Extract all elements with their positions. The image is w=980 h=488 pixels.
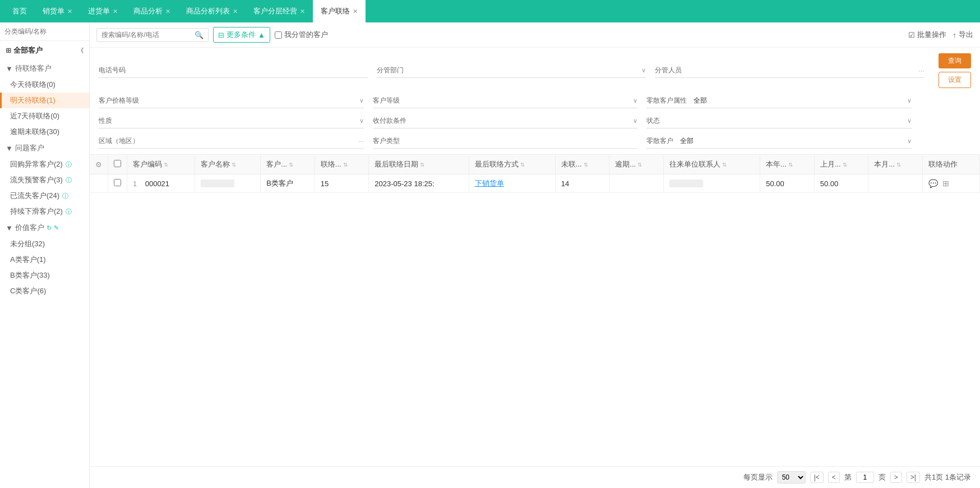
toolbar-right: ☑ 批量操作 ↑ 导出	[908, 30, 974, 40]
sort-icon[interactable]: ⇅	[788, 162, 793, 168]
filter-payment[interactable]: 收付款条件 ∨	[373, 114, 638, 128]
sort-icon[interactable]: ⇅	[232, 162, 236, 168]
sidebar-group-value[interactable]: ▼ 价值客户 ↻ ✎	[0, 219, 89, 236]
filter-status[interactable]: 状态 ∨	[646, 114, 912, 128]
sidebar-group-problem[interactable]: ▼ 问题客户	[0, 140, 89, 156]
collapse-icon[interactable]: 《	[77, 47, 84, 55]
more-icon: ···	[359, 138, 364, 145]
close-icon[interactable]: ✕	[300, 8, 305, 15]
sidebar-item-today[interactable]: 今天待联络(0)	[0, 77, 89, 93]
sort-icon[interactable]: ⇅	[637, 162, 642, 168]
filter-row-4: 区域（地区） ··· 客户类型 零散客户 全部 ∨	[99, 134, 971, 149]
filter-panel: 电话号码 分管部门 ∨ 分管人员 ··· 查询 设置	[90, 48, 980, 155]
more-filter-btn[interactable]: ⊟ 更多条件 ▲	[213, 27, 270, 43]
close-icon[interactable]: ✕	[233, 8, 238, 15]
close-icon[interactable]: ✕	[113, 8, 118, 15]
close-icon[interactable]: ✕	[67, 8, 72, 15]
select-all-checkbox[interactable]	[114, 160, 121, 167]
toolbar: 🔍 ⊟ 更多条件 ▲ 我分管的客户 ☑ 批量操作 ↑ 导出	[90, 22, 980, 48]
my-customers-checkbox[interactable]: 我分管的客户	[275, 30, 328, 40]
nav-customer-contact[interactable]: 客户联络 ✕	[313, 0, 366, 22]
sidebar-item-a-class[interactable]: A类客户(1)	[0, 252, 89, 268]
sort-icon[interactable]: ⇅	[520, 162, 525, 168]
edit-icon[interactable]: ✎	[54, 224, 59, 232]
gear-icon[interactable]: ⚙	[95, 160, 102, 169]
filter-department[interactable]: 分管部门 ∨	[377, 63, 646, 78]
close-icon[interactable]: ✕	[165, 8, 170, 15]
nav-customer-segment[interactable]: 客户分层经营 ✕	[246, 0, 313, 22]
sort-icon[interactable]: ⇅	[722, 162, 727, 168]
sidebar-search-input[interactable]	[4, 27, 89, 35]
refresh-icon[interactable]: ↻	[47, 224, 52, 232]
search-box: 🔍	[96, 28, 209, 42]
th-contact: 联络... ⇅	[315, 155, 368, 174]
sort-icon[interactable]: ⇅	[343, 162, 348, 168]
sort-icon[interactable]: ⇅	[584, 162, 588, 168]
sort-icon[interactable]: ⇅	[164, 162, 168, 168]
next-page-btn[interactable]: >	[890, 472, 902, 483]
nav-home[interactable]: 首页	[4, 0, 35, 22]
td-this-month	[868, 174, 922, 193]
nav-product-list[interactable]: 商品分析列表 ✕	[178, 0, 246, 22]
sidebar-item-tomorrow[interactable]: 明天待联络(1)	[0, 93, 89, 108]
sidebar-item-repurchase-anomaly[interactable]: 回购异常客户(2) ⓘ	[0, 156, 89, 172]
filter-person[interactable]: 分管人员 ···	[655, 63, 924, 78]
my-customers-check[interactable]	[275, 31, 282, 39]
th-unlinked-label: 未联...	[561, 159, 582, 169]
nav-product-analysis[interactable]: 商品分析 ✕	[126, 0, 178, 22]
row-checkbox[interactable]	[114, 179, 121, 186]
last-page-btn[interactable]: >|	[907, 472, 920, 483]
sidebar-item-b-class[interactable]: B类客户(33)	[0, 268, 89, 283]
filter-nature[interactable]: 性质 ∨	[99, 114, 364, 128]
sidebar-item-7days[interactable]: 近7天待联络(0)	[0, 108, 89, 124]
query-btn[interactable]: 查询	[939, 53, 971, 68]
sort-icon[interactable]: ⇅	[420, 162, 424, 168]
sort-icon[interactable]: ⇅	[289, 162, 293, 168]
sidebar-item-lost-warning[interactable]: 流失预警客户(3) ⓘ	[0, 172, 89, 188]
sidebar-item-declining[interactable]: 持续下滑客户(2) ⓘ	[0, 204, 89, 219]
search-icon[interactable]: 🔍	[195, 31, 204, 39]
nav-sales[interactable]: 销货单 ✕	[35, 0, 80, 22]
arrow-down-icon: ▼	[6, 65, 13, 73]
sidebar-item-ungrouped[interactable]: 未分组(32)	[0, 236, 89, 252]
settings-btn[interactable]: 设置	[939, 72, 971, 88]
nav-purchase[interactable]: 进货单 ✕	[80, 0, 126, 22]
td-unlinked: 14	[555, 174, 609, 193]
filter-customer-level[interactable]: 客户等级 ∨	[373, 94, 638, 108]
comment-icon[interactable]: 💬	[928, 179, 938, 188]
td-num-code: 1 000021	[127, 174, 195, 193]
per-page-select[interactable]: 50 100 200	[777, 471, 806, 484]
filter-row-1: 电话号码 分管部门 ∨ 分管人员 ··· 查询 设置	[99, 53, 971, 88]
data-table: ⚙ 客户编码 ⇅ 客户名称	[90, 155, 980, 193]
filter-retail-customer[interactable]: 零散客户 全部 ∨	[646, 134, 912, 149]
close-icon[interactable]: ✕	[353, 8, 358, 15]
first-page-btn[interactable]: |<	[810, 472, 824, 483]
th-this-month: 本月... ⇅	[868, 155, 922, 174]
sort-icon[interactable]: ⇅	[896, 162, 901, 168]
total-records: 共1页 1条记录	[924, 472, 971, 482]
grid-icon: ⊞	[6, 47, 11, 54]
td-contact-person	[663, 174, 760, 193]
sidebar-item-lost[interactable]: 已流失客户(24) ⓘ	[0, 188, 89, 204]
sidebar-group-pending[interactable]: ▼ 待联络客户	[0, 60, 89, 77]
filter-row-2: 客户价格等级 ∨ 客户等级 ∨ 零散客户属性 全部 ∨	[99, 94, 971, 108]
last-method-link[interactable]: 下销货单	[475, 179, 504, 187]
prev-page-btn[interactable]: <	[828, 472, 840, 483]
page-input[interactable]	[856, 472, 874, 483]
sidebar-all-customers[interactable]: ⊞ 全部客户 《	[0, 41, 89, 60]
page-suffix: 页	[879, 472, 886, 482]
filter-icon: ⊟	[218, 31, 224, 39]
export-btn[interactable]: ↑ 导出	[953, 30, 974, 40]
th-last-date-label: 最后联络日期	[375, 159, 418, 169]
filter-retail-attr[interactable]: 零散客户属性 全部 ∨	[646, 94, 912, 108]
sort-icon[interactable]: ⇅	[843, 162, 847, 168]
sidebar-item-overdue[interactable]: 逾期未联络(30)	[0, 124, 89, 140]
filter-price-level[interactable]: 客户价格等级 ∨	[99, 94, 364, 108]
th-this-month-label: 本月...	[874, 159, 895, 169]
sidebar-item-c-class[interactable]: C类客户(6)	[0, 283, 89, 299]
filter-region[interactable]: 区域（地区） ···	[99, 134, 364, 149]
batch-ops-btn[interactable]: ☑ 批量操作	[908, 30, 946, 40]
search-input[interactable]	[101, 31, 195, 39]
filter-actions: 查询 设置	[933, 53, 971, 88]
qr-icon[interactable]: ⊞	[942, 179, 949, 188]
